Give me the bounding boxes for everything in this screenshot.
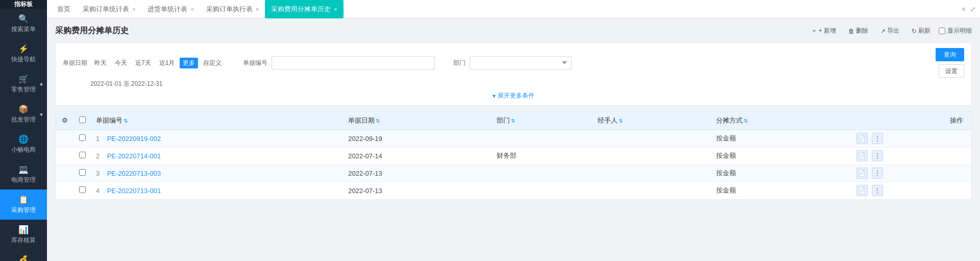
col-settings[interactable]: ⚙ [56, 111, 74, 130]
sidebar-item-wholesale[interactable]: 📦 批发管理 ▼ [0, 99, 47, 129]
tab-purchase-fee-split[interactable]: 采购费用分摊单历史 × [265, 0, 343, 18]
date-custom[interactable]: 自定义 [200, 58, 225, 68]
view-action-icon[interactable]: 📄 [856, 133, 868, 144]
sidebar-item-label: 批发管理 [11, 116, 36, 123]
select-all-checkbox[interactable] [79, 116, 86, 123]
doc-num-link[interactable]: PE-20220713-003 [107, 170, 161, 177]
row-split-method-cell: 按金额 [711, 164, 851, 182]
tab-purchase-order-exec[interactable]: 采购订单执行表 × [200, 0, 265, 18]
delete-icon: 🗑 [848, 28, 854, 35]
sidebar-item-retail[interactable]: 🛒 零售管理 ▼ [0, 69, 47, 99]
date-1month[interactable]: 近1月 [156, 58, 178, 68]
row-dept-cell: 财务部 [492, 147, 593, 164]
sidebar-item-label: 小畅电商 [11, 146, 36, 153]
tab-stock-in-stats[interactable]: 进货单统计表 × [141, 0, 200, 18]
show-cols-input[interactable] [939, 28, 945, 34]
tab-home[interactable]: 首页 [51, 0, 77, 18]
dept-select[interactable] [470, 56, 572, 69]
tab-purchase-order-stats[interactable]: 采购订单统计表 × [77, 0, 141, 18]
row-checkbox[interactable] [79, 169, 86, 176]
date-today[interactable]: 今天 [112, 58, 130, 68]
export-button[interactable]: ↗ 导出 [876, 25, 903, 37]
table-row[interactable]: 4 PE-20220713-001 2022-07-13 按金额 📄 ⋮ [56, 182, 971, 199]
more-action-icon[interactable]: ⋮ [872, 185, 883, 196]
add-icon: ＋ [811, 27, 817, 35]
row-handler-cell [593, 164, 711, 182]
delete-button[interactable]: 🗑 删除 [844, 25, 872, 37]
row-date-cell: 2022-07-13 [343, 164, 491, 182]
search-button[interactable]: 查询 [936, 48, 964, 61]
view-action-icon[interactable]: 📄 [856, 185, 868, 196]
col-checkbox[interactable] [74, 111, 91, 130]
page-title: 采购费用分摊单历史 [55, 26, 129, 36]
maximize-icon[interactable]: ⤢ [970, 5, 976, 13]
doc-num-link[interactable]: PE-20220919-002 [107, 135, 161, 143]
doc-num-link[interactable]: PE-20220714-001 [107, 152, 161, 160]
col-handler[interactable]: 经手人⇅ [593, 111, 711, 130]
data-table: ⚙ 单据编号⇅ 单据日期⇅ 部门⇅ 经手人⇅ [55, 111, 972, 200]
tab-label: 采购费用分摊单历史 [271, 5, 331, 14]
docnum-input[interactable] [272, 56, 435, 69]
sidebar-item-purchase[interactable]: 📋 采购管理 [0, 189, 47, 220]
row-date-cell: 2022-09-19 [343, 130, 491, 147]
table-row[interactable]: 1 PE-20220919-002 2022-09-19 按金额 📄 ⋮ [56, 130, 971, 147]
table-row[interactable]: 3 PE-20220713-003 2022-07-13 按金额 📄 ⋮ [56, 164, 971, 182]
row-checkbox[interactable] [79, 152, 86, 158]
row-checkbox-cell[interactable] [74, 147, 91, 164]
row-checkbox-cell[interactable] [74, 182, 91, 199]
filter-setting-button[interactable]: 设置 [939, 64, 964, 78]
row-num-cell: 4 PE-20220713-001 [91, 182, 343, 199]
row-action-cell: 📄 ⋮ [851, 182, 971, 199]
tab-close-icon[interactable]: × [190, 6, 193, 12]
col-dept[interactable]: 部门⇅ [492, 111, 593, 130]
add-button[interactable]: ＋ + 新增 [807, 25, 840, 37]
view-action-icon[interactable]: 📄 [856, 150, 868, 161]
date-7days[interactable]: 近7天 [132, 58, 154, 68]
sidebar-item-inventory[interactable]: 📊 库存核算 [0, 220, 47, 250]
filter-area: 单据日期 昨天 今天 近7天 近1月 更多 自定义 单据编号 [55, 42, 972, 106]
more-action-icon[interactable]: ⋮ [872, 150, 883, 161]
row-checkbox-cell[interactable] [74, 130, 91, 147]
more-action-icon[interactable]: ⋮ [872, 168, 883, 179]
col-split-method[interactable]: 分摊方式⇅ [711, 111, 851, 130]
tabs-controls: × ⤢ [962, 5, 976, 13]
date-yesterday[interactable]: 昨天 [91, 58, 110, 68]
doc-num-link[interactable]: PE-20220713-001 [107, 187, 161, 195]
sidebar-item-quicknav[interactable]: ⚡ 快捷导航 [0, 39, 47, 69]
row-split-method-cell: 按金额 [711, 130, 851, 147]
sidebar-item-ecom[interactable]: 💻 电商管理 [0, 159, 47, 189]
row-settings-cell [56, 164, 74, 182]
view-action-icon[interactable]: 📄 [856, 168, 868, 179]
search-icon: 🔍 [0, 14, 47, 23]
col-doc-num[interactable]: 单据编号⇅ [91, 111, 343, 130]
sidebar-item-finance[interactable]: 💰 资金管理 [0, 250, 47, 261]
table: ⚙ 单据编号⇅ 单据日期⇅ 部门⇅ 经手人⇅ [56, 111, 971, 200]
tab-close-icon[interactable]: × [132, 6, 135, 12]
row-checkbox[interactable] [79, 134, 86, 141]
date-more[interactable]: 更多 [180, 58, 198, 68]
sidebar-item-label: 电商管理 [11, 176, 36, 183]
ecom-icon: 💻 [0, 164, 47, 174]
table-row[interactable]: 2 PE-20220714-001 2022-07-14 财务部 按金额 📄 ⋮ [56, 147, 971, 164]
row-num-cell: 3 PE-20220713-003 [91, 164, 343, 182]
show-cols-checkbox[interactable]: 显示明细 [939, 27, 972, 35]
sidebar-item-search[interactable]: 🔍 搜索菜单 [0, 9, 47, 39]
col-action: 操作 [851, 111, 971, 130]
col-doc-date[interactable]: 单据日期⇅ [343, 111, 491, 130]
tab-close-icon[interactable]: × [256, 6, 259, 12]
refresh-button[interactable]: ↻ 刷新 [908, 25, 935, 37]
sidebar-item-ecom-small[interactable]: 🌐 小畅电商 [0, 129, 47, 159]
sidebar-item-label: 快捷导航 [11, 56, 36, 63]
export-icon: ↗ [880, 28, 886, 35]
tab-close-icon[interactable]: × [334, 6, 337, 12]
sidebar-item-label: 零售管理 [11, 86, 36, 93]
row-action-cell: 📄 ⋮ [851, 147, 971, 164]
row-settings-cell [56, 147, 74, 164]
minimize-icon[interactable]: × [962, 5, 966, 13]
ecom-small-icon: 🌐 [0, 134, 47, 144]
more-action-icon[interactable]: ⋮ [872, 133, 883, 144]
expand-filters-button[interactable]: ▾ 展开更多条件 [493, 91, 534, 100]
row-checkbox-cell[interactable] [74, 164, 91, 182]
row-checkbox[interactable] [79, 186, 86, 193]
tab-label: 采购订单执行表 [206, 5, 253, 14]
